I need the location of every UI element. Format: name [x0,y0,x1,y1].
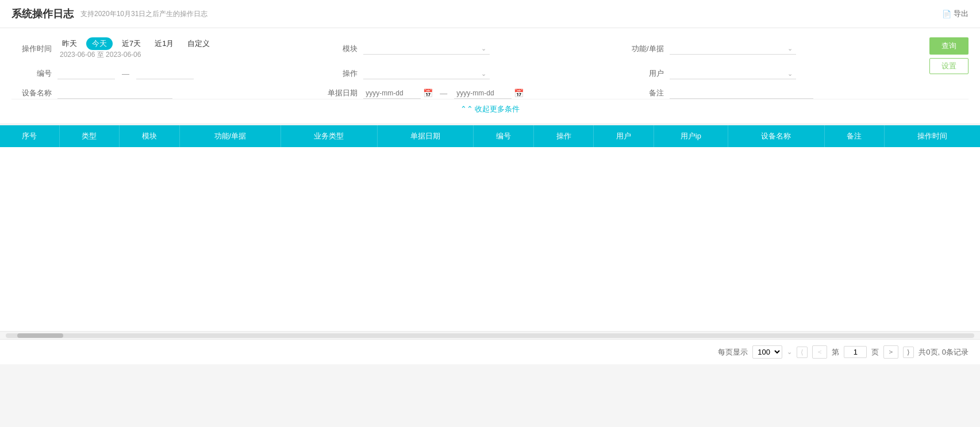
module-label: 模块 [317,44,363,54]
page-title: 系统操作日志 [11,7,74,21]
page-input[interactable] [844,346,867,358]
func-select[interactable] [670,43,796,55]
remark-input[interactable] [670,87,813,99]
table-container: 序号 类型 模块 功能/单据 业务类型 单据日期 编号 操作 用户 用户ip 设… [0,125,980,331]
page-label: 第 [832,347,839,357]
user-select[interactable] [670,68,796,79]
filter-cell-module: 模块 ⌄ [317,37,623,60]
first-page-button[interactable]: ⟨ [797,347,808,358]
operation-select[interactable] [363,68,490,79]
voucher-date-dash: — [440,89,447,98]
num-label: 编号 [11,68,57,79]
num-from-input[interactable] [57,68,115,79]
col-func: 功能/单据 [179,125,280,147]
col-num: 编号 [474,125,533,147]
export-label: 导出 [954,9,969,19]
col-type: 类型 [59,125,119,147]
export-icon: 📄 [942,10,951,18]
voucher-date-label: 单据日期 [317,88,363,98]
empty-area [0,147,980,331]
next-page-button[interactable]: ＞ [883,345,898,359]
col-user-ip: 用户ip [654,125,728,147]
voucher-date-from-input[interactable] [363,88,421,99]
pagination-bar: 每页显示 100 50 200 ⌄ ⟨ ＜ 第 页 ＞ ⟩ 共0页, 0条记录 [0,339,980,364]
filter-main: 操作时间 昨天 今天 近7天 近1月 自定义 2023-06-06 至 2023… [11,37,969,99]
data-table: 序号 类型 模块 功能/单据 业务类型 单据日期 编号 操作 用户 用户ip 设… [0,125,980,147]
voucher-date-range: 📅 — 📅 [363,88,524,99]
time-btn-custom[interactable]: 自定义 [183,37,214,50]
col-device: 设备名称 [728,125,824,147]
num-dash: — [122,70,129,78]
module-select[interactable] [363,43,490,55]
filter-cell-remark: 备注 [624,87,929,99]
col-operation: 操作 [533,125,593,147]
col-user: 用户 [594,125,654,147]
page-subtitle: 支持2020年10月31日之后产生的操作日志 [80,9,207,19]
device-label: 设备名称 [11,88,57,98]
header-left: 系统操作日志 支持2020年10月31日之后产生的操作日志 [11,7,207,21]
action-buttons: 查询 设置 [929,37,969,74]
func-label: 功能/单据 [624,44,670,54]
filter-cell-num: 编号 — [11,68,317,79]
filter-cell-user: 用户 ⌄ [624,68,929,79]
prev-page-button[interactable]: ＜ [812,345,827,359]
filter-cell-device: 设备名称 [11,87,317,99]
query-button[interactable]: 查询 [929,37,969,55]
user-select-wrapper: ⌄ [670,68,796,79]
filter-cell-operation: 操作 ⌄ [317,68,623,79]
time-options: 昨天 今天 近7天 近1月 自定义 [57,37,214,50]
scrollbar-track[interactable] [6,333,974,338]
module-select-wrapper: ⌄ [363,43,490,55]
collapse-label: 收起更多条件 [475,105,520,113]
col-remark: 备注 [824,125,884,147]
filter-columns: 操作时间 昨天 今天 近7天 近1月 自定义 2023-06-06 至 2023… [11,37,929,99]
device-input[interactable] [57,87,172,99]
col-voucher-date: 单据日期 [377,125,474,147]
time-options-group: 昨天 今天 近7天 近1月 自定义 2023-06-06 至 2023-06-0… [57,37,214,60]
voucher-date-to-input[interactable] [454,88,512,99]
operation-select-wrapper: ⌄ [363,68,490,79]
page-header: 系统操作日志 支持2020年10月31日之后产生的操作日志 📄 导出 [0,0,980,28]
col-module: 模块 [120,125,179,147]
time-label: 操作时间 [11,44,57,54]
filter-cell-func: 功能/单据 ⌄ [624,37,929,60]
collapse-icon: ⌃⌃ [460,105,473,113]
filter-area: 操作时间 昨天 今天 近7天 近1月 自定义 2023-06-06 至 2023… [0,28,980,124]
table-header: 序号 类型 模块 功能/单据 业务类型 单据日期 编号 操作 用户 用户ip 设… [0,125,980,147]
operation-label: 操作 [317,68,363,79]
col-biz-type: 业务类型 [281,125,378,147]
export-button[interactable]: 📄 导出 [942,9,969,19]
scrollbar-thumb[interactable] [17,333,63,338]
table-header-row: 序号 类型 模块 功能/单据 业务类型 单据日期 编号 操作 用户 用户ip 设… [0,125,980,147]
time-btn-yesterday[interactable]: 昨天 [57,37,82,50]
page-size-label: 每页显示 [718,347,748,357]
num-to-input[interactable] [136,68,194,79]
filter-cell-voucher-date: 单据日期 📅 — 📅 [317,87,623,99]
user-label: 用户 [624,68,670,79]
page-size-select[interactable]: 100 50 200 [752,345,782,359]
total-text: 共0页, 0条记录 [918,347,969,357]
calendar-to-icon[interactable]: 📅 [514,89,524,98]
col-seq: 序号 [0,125,59,147]
col-op-time: 操作时间 [884,125,980,147]
last-page-button[interactable]: ⟩ [903,347,914,358]
remark-label: 备注 [624,88,670,98]
func-select-wrapper: ⌄ [670,43,796,55]
filter-cell-time: 操作时间 昨天 今天 近7天 近1月 自定义 2023-06-06 至 2023… [11,37,317,60]
calendar-from-icon[interactable]: 📅 [423,89,433,98]
collapse-bar[interactable]: ⌃⌃ 收起更多条件 [11,99,969,119]
setting-button[interactable]: 设置 [929,58,969,74]
page-unit: 页 [871,347,879,357]
scrollbar-area [0,331,980,339]
date-range-text: 2023-06-06 至 2023-06-06 [60,50,214,60]
time-btn-7days[interactable]: 近7天 [117,37,145,50]
time-btn-1month[interactable]: 近1月 [150,37,178,50]
num-range: — [57,68,194,79]
page-size-chevron-icon: ⌄ [787,348,792,356]
time-btn-today[interactable]: 今天 [86,37,113,50]
